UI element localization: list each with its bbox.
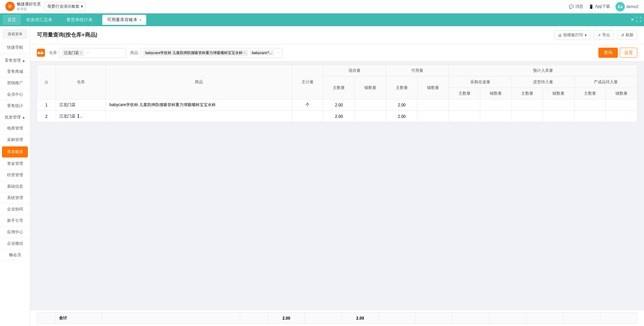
col-incoming-main: 主数量	[512, 88, 543, 99]
warehouse-label: 仓库	[49, 50, 57, 56]
cell-stock-main: 2.00	[323, 99, 355, 111]
product-input[interactable]: babycare学饮杯 儿童防摔防撞吸管杯重力球吸嘴杯宝宝水杯 × babyca…	[140, 48, 282, 58]
col-product-incoming-sub: 辅数量	[606, 88, 637, 99]
sidebar-item-retail-mall[interactable]: 零售商城	[0, 66, 30, 78]
tab-orders[interactable]: 要货单统计表 ×	[62, 15, 101, 25]
cell-avail-sub	[417, 99, 449, 111]
tab-home[interactable]: 首页	[3, 15, 21, 25]
chevron-icon-2: ▲	[22, 115, 25, 119]
warehouse-tag: 江北门店 ×	[62, 50, 84, 56]
sidebar-item-ecommerce[interactable]: 电商管理	[0, 123, 30, 134]
tab-home-label: 首页	[7, 17, 16, 23]
close-all-tabs-btn[interactable]: ×	[631, 17, 634, 23]
warehouse-tag-remove[interactable]: ×	[80, 51, 82, 55]
tab-receipts-close[interactable]: ×	[54, 18, 56, 22]
sidebar-item-quick-nav[interactable]: 快捷导航	[0, 42, 30, 53]
cell-incoming-main	[512, 99, 543, 111]
sidebar-item-enterprise[interactable]: 企业协同	[0, 204, 30, 215]
col-purchase-transit-sub: 辅数量	[480, 88, 512, 99]
cell-purchase-main	[449, 99, 480, 111]
filter-toggle-btn[interactable]: ▶▶	[37, 49, 45, 57]
tab-receipts[interactable]: 收发存汇总表 ×	[21, 15, 61, 25]
product-more-icon[interactable]: ···	[276, 50, 279, 55]
content-area: 可用量查询(按仓库+商品) 🖨 按模板打印 ▾ ↗ 导出 ↺ 刷新 ▶▶	[30, 26, 644, 326]
industry-selector-label: 母婴行业演示账套	[47, 4, 79, 9]
expand-btn[interactable]: ⛶	[636, 17, 641, 23]
col-product-incoming: 产成品待入量	[574, 77, 637, 88]
sidebar-item-retail-stats[interactable]: 零售统计	[0, 100, 30, 112]
sidebar-item-purchase[interactable]: 采购管理	[0, 134, 30, 146]
cell-incoming-main	[512, 111, 543, 122]
total-stock-main: 2.00	[268, 313, 305, 324]
product-tag-1-remove[interactable]: ×	[244, 51, 246, 55]
col-avail-main: 主数量	[386, 77, 418, 99]
total-incoming-sub	[526, 313, 563, 324]
cell-purchase-sub	[480, 99, 512, 111]
sidebar-item-new-guide[interactable]: 新手引导	[0, 215, 30, 227]
product-tag-1: babycare学饮杯 儿童防摔防撞吸管杯重力球吸嘴杯宝宝水杯 ×	[143, 50, 248, 56]
sidebar-item-retail-mgmt[interactable]: 零售管理 ▲	[0, 55, 30, 66]
sidebar-item-operations[interactable]: 经营管理	[0, 170, 30, 181]
export-btn[interactable]: ↗ 导出	[594, 30, 614, 40]
message-btn[interactable]: 💬 消息	[569, 4, 583, 9]
top-bar-right: 💬 消息 📱 App下载 Ea demo2	[569, 2, 639, 11]
sidebar-item-inventory[interactable]: 库存核算	[2, 146, 28, 157]
page-title: 可用量查询(按仓库+商品)	[37, 32, 97, 39]
avatar: Ea	[615, 2, 625, 11]
cell-product-sub	[606, 99, 637, 111]
sidebar-item-basic-info[interactable]: 基础信息	[0, 181, 30, 192]
total-table: 合计 2.00 2.00	[37, 312, 637, 324]
warehouse-more-icon[interactable]: ···	[86, 50, 89, 55]
col-purchase-transit-main: 主数量	[449, 88, 480, 99]
industry-selector[interactable]: 母婴行业演示账套 ▾	[44, 2, 86, 11]
chevron-icon: ▲	[22, 59, 25, 62]
query-btn[interactable]: 查询	[598, 48, 618, 58]
cell-stock-sub	[355, 111, 386, 122]
sidebar-label-inventory: 库存核算	[7, 149, 23, 155]
cell-avail-sub	[417, 111, 449, 122]
col-product-incoming-main: 主数量	[574, 88, 606, 99]
tab-available-close[interactable]: ×	[140, 18, 142, 22]
warehouse-input[interactable]: 江北门店 × ···	[59, 48, 126, 58]
sidebar-item-member-center[interactable]: 会员中心	[0, 89, 30, 100]
settings-btn[interactable]: 设置	[620, 48, 637, 58]
cell-unit: 个	[292, 99, 323, 111]
col-header-index: ⚙	[37, 65, 56, 99]
refresh-btn[interactable]: ↺ 刷新	[617, 30, 637, 40]
sidebar-item-enterprise-wechat[interactable]: 企业微信	[0, 238, 30, 249]
search-menu-btn[interactable]: 搜索菜单	[3, 30, 27, 39]
tab-orders-close[interactable]: ×	[95, 18, 97, 22]
gear-icon[interactable]: ⚙	[44, 80, 49, 85]
col-incoming: 进货待入量	[512, 77, 574, 88]
total-label: 合计	[56, 313, 102, 324]
cell-unit	[292, 111, 323, 122]
cell-incoming-sub	[543, 99, 575, 111]
logo-area: 好 畅捷通好生意 标准版	[5, 2, 41, 11]
cell-avail-main: 2.00	[386, 99, 418, 111]
sidebar-item-system[interactable]: 系统管理	[0, 192, 30, 204]
tab-available[interactable]: 可用量库存账本 ×	[102, 15, 146, 25]
sidebar-item-vip[interactable]: 畅会员	[0, 249, 30, 261]
page-header: 可用量查询(按仓库+商品) 🖨 按模板打印 ▾ ↗ 导出 ↺ 刷新	[30, 26, 644, 44]
sidebar-item-wholesale[interactable]: 批发管理 ▲	[0, 112, 30, 123]
sidebar-item-marketing[interactable]: 营销推广	[0, 78, 30, 89]
filter-actions: 查询 设置	[598, 48, 637, 58]
template-print-btn[interactable]: 🖨 按模板打印 ▾	[554, 30, 590, 40]
sidebar-item-app-center[interactable]: 应用中心	[0, 227, 30, 238]
col-header-product: 商品	[106, 65, 292, 99]
total-empty-unit	[240, 313, 268, 324]
col-header-warehouse: 仓库	[56, 65, 106, 99]
user-area[interactable]: Ea demo2	[615, 2, 639, 11]
col-header-main-unit: 主计量	[292, 65, 323, 99]
nav-tabs: 首页 收发存汇总表 × 要货单统计表 × 可用量库存账本 × × ⛶	[0, 13, 644, 26]
cell-product: babycare学饮杯 儿童防摔防撞吸管杯重力球吸嘴杯宝宝水杯	[106, 99, 292, 111]
sidebar-divider-1	[0, 54, 30, 54]
cell-avail-main: 2.00	[386, 111, 418, 122]
table-row: 2 江北门店【... 2.00 2.00	[37, 111, 637, 122]
total-purchase-main	[416, 313, 452, 324]
sidebar-item-finance[interactable]: 资金管理	[0, 158, 30, 170]
tab-orders-label: 要货单统计表	[66, 17, 93, 23]
app-download-btn[interactable]: 📱 App下载	[589, 4, 610, 9]
sidebar-search-area: 搜索菜单	[0, 26, 30, 42]
col-stock-main: 主数量	[323, 77, 355, 99]
